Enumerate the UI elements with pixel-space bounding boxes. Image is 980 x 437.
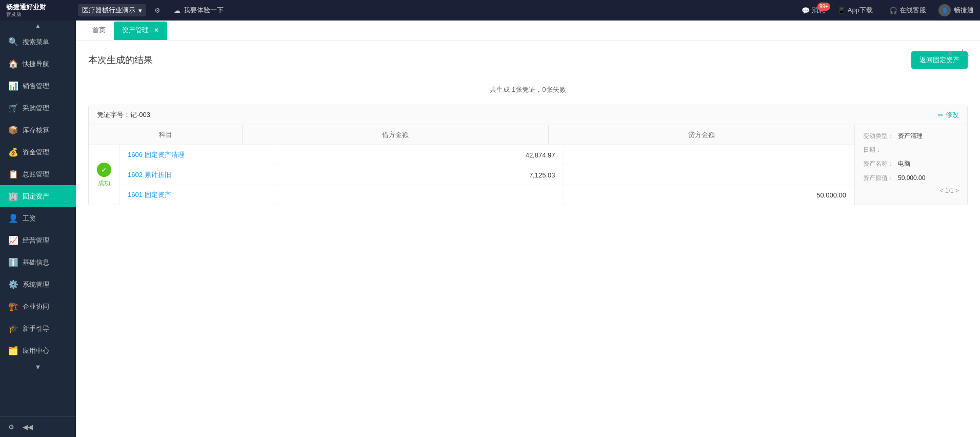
customer-service-label: 在线客服 [899,6,926,15]
close-page-btn[interactable]: ✕ [945,47,955,59]
success-indicator: ✓ 成功 [89,145,119,205]
change-type-value: 资产清理 [898,131,923,141]
sidebar-item-label: 工资 [23,214,36,223]
sidebar-item-ledger[interactable]: 📋 总账管理 [0,163,76,185]
panel-original-value: 资产原值： 50,000.00 [863,173,959,183]
experience-btn[interactable]: ☁ 我要体验一下 [169,4,229,16]
sidebar-item-label: 库存核算 [23,126,49,135]
sidebar-item-enterprise[interactable]: 🏗️ 企业协同 [0,295,76,317]
logo-area: 畅捷通好业财 普及版 [6,3,78,17]
sidebar-item-system[interactable]: ⚙️ 系统管理 [0,273,76,295]
download-icon: 📱 [837,7,846,14]
td-credit-1 [564,145,855,165]
next-page-btn[interactable]: > [955,187,959,194]
collapse-icon: ◀◀ [23,423,33,431]
top-header: 畅捷通好业财 普及版 医疗器械行业演示 ▾ ⚙ ☁ 我要体验一下 💬 消息 99… [0,0,980,21]
panel-change-type: 变动类型： 资产清理 [863,131,959,141]
voucher-header: 凭证字号：记-003 ✏ 修改 [89,105,967,125]
result-summary: 共生成 1张凭证，0张失败 [88,79,968,101]
settings-icon: ⚙ [8,423,14,431]
inventory-icon: 📦 [8,125,18,135]
company-name: 医疗器械行业演示 [82,6,135,15]
sidebar-bottom: ⚙ ◀◀ [0,416,76,437]
user-area[interactable]: 👤 畅捷通 [938,4,974,16]
sidebar-item-label: 应用中心 [23,346,49,355]
th-debit: 借方金额 [243,125,549,145]
main-layout: ▲ 🔍 搜索菜单 🏠 快捷导航 📊 销售管理 🛒 采购管理 📦 库存核算 💰 资… [0,21,980,437]
success-icon: ✓ [97,163,111,177]
enterprise-icon: 🏗️ [8,302,18,311]
voucher-body: 科目 借方金额 贷方金额 ✓ 成功 16 [89,125,967,205]
tab-asset-label: 资产管理 [122,26,149,34]
sidebar-item-search[interactable]: 🔍 搜索菜单 [0,31,76,53]
rows-with-indicator: ✓ 成功 1606 固定资产清理 42,874.97 160 [89,145,854,205]
td-debit-2: 7,125.03 [273,165,564,185]
settings-btn[interactable]: ⚙ [6,421,16,433]
company-selector[interactable]: 医疗器械行业演示 ▾ [78,4,146,16]
message-icon: 💬 [802,7,810,14]
home-icon: 🏠 [8,59,18,69]
settings-header-btn[interactable]: ⚙ [150,5,165,16]
td-subject-1: 1606 固定资产清理 [119,145,273,165]
td-subject-2: 1602 累计折旧 [119,165,273,185]
tab-close-icon[interactable]: ✕ [154,27,159,34]
td-debit-1: 42,874.97 [273,145,564,165]
edit-btn[interactable]: ✏ 修改 [938,110,959,120]
voucher-table: 科目 借方金额 贷方金额 ✓ 成功 16 [89,125,854,205]
prev-page-btn[interactable]: < [940,187,944,194]
original-value-value: 50,000.00 [898,173,925,183]
table-row: 1601 固定资产 50,000.00 [119,185,854,205]
app-download-btn[interactable]: 📱 App下载 [833,4,877,16]
chevron-down-icon: ▾ [138,7,142,14]
message-btn[interactable]: 💬 消息 99+ [802,6,825,15]
sidebar-item-inventory[interactable]: 📦 库存核算 [0,119,76,141]
td-credit-2 [564,165,855,185]
funds-icon: 💰 [8,147,18,157]
sidebar-item-sales[interactable]: 📊 销售管理 [0,75,76,97]
sidebar-scroll-down[interactable]: ▼ [0,362,76,372]
sales-icon: 📊 [8,81,18,91]
voucher-id: 凭证字号：记-003 [97,110,150,120]
sidebar-item-fixed-assets[interactable]: 🏢 固定资产 [0,185,76,207]
app-download-label: App下载 [848,6,873,15]
sidebar-scroll-up[interactable]: ▲ [0,21,76,31]
sidebar-item-guide[interactable]: 🎓 新手引导 [0,317,76,340]
customer-service-btn[interactable]: 🎧 在线客服 [885,4,930,16]
sidebar-item-label: 采购管理 [23,104,49,113]
page-title: 本次生成的结果 [88,54,153,66]
basic-info-icon: ℹ️ [8,257,18,267]
sidebar-item-quick-nav[interactable]: 🏠 快捷导航 [0,53,76,75]
logo-sub: 普及版 [6,11,78,17]
table-header: 科目 借方金额 贷方金额 [89,125,854,145]
th-credit: 贷方金额 [549,125,855,145]
sidebar-item-payroll[interactable]: 👤 工资 [0,207,76,229]
sidebar-item-app-center[interactable]: 🗂️ 应用中心 [0,340,76,362]
tab-home[interactable]: 首页 [84,22,114,40]
sidebar-item-label: 固定资产 [23,192,49,201]
panel-asset-name: 资产名称： 电脑 [863,159,959,169]
sidebar-item-label: 系统管理 [23,280,49,289]
sidebar-item-operations[interactable]: 📈 经营管理 [0,229,76,251]
th-subject: 科目 [89,125,243,145]
sidebar-item-basic-info[interactable]: ℹ️ 基础信息 [0,251,76,273]
experience-label: 我要体验一下 [184,6,224,15]
cloud-icon: ☁ [174,7,181,14]
page-actions: ✕ ⛶ [945,47,972,59]
sidebar-item-label: 快捷导航 [23,59,49,69]
search-icon: 🔍 [8,37,18,47]
panel-date: 日期： [863,145,959,155]
gear-icon: ⚙ [154,7,161,14]
header-right: 💬 消息 99+ 📱 App下载 🎧 在线客服 👤 畅捷通 [802,4,974,16]
collapse-btn[interactable]: ◀◀ [21,421,35,433]
expand-page-btn[interactable]: ⛶ [959,47,972,59]
edit-label: 修改 [946,110,959,120]
sidebar-item-funds[interactable]: 💰 资金管理 [0,141,76,163]
sidebar-item-purchase[interactable]: 🛒 采购管理 [0,97,76,119]
table-row: 1602 累计折旧 7,125.03 [119,165,854,185]
app-center-icon: 🗂️ [8,346,18,355]
edit-icon: ✏ [938,111,944,119]
page-content: ✕ ⛶ 本次生成的结果 返回固定资产 共生成 1张凭证，0张失败 凭证字号：记-… [76,41,980,437]
message-badge: 99+ [817,3,830,11]
tab-asset-mgmt[interactable]: 资产管理 ✕ [114,22,167,40]
logo-title: 畅捷通好业财 [6,3,78,11]
